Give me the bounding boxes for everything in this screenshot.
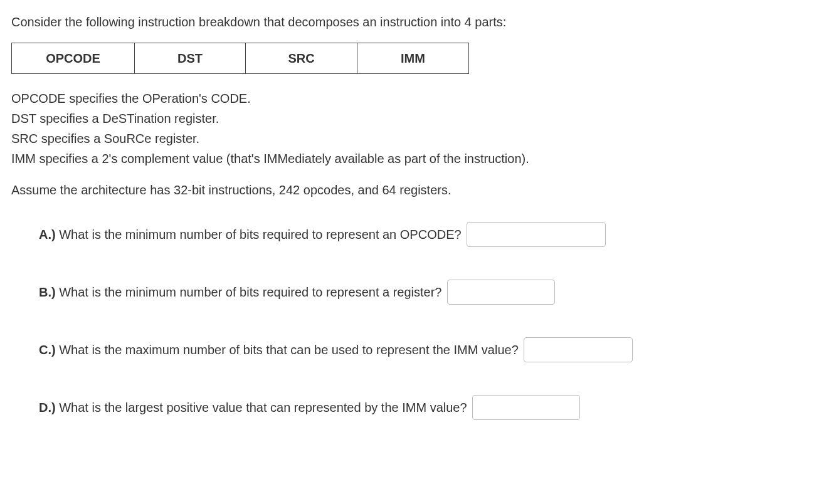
instruction-table: OPCODE DST SRC IMM: [11, 43, 469, 74]
field-imm: IMM: [357, 43, 469, 74]
question-d: D.) What is the largest positive value t…: [39, 395, 818, 420]
question-c: C.) What is the maximum number of bits t…: [39, 337, 818, 362]
assume-text: Assume the architecture has 32-bit instr…: [11, 181, 818, 199]
q-d-label: D.): [39, 401, 56, 414]
field-src: SRC: [246, 43, 357, 74]
field-dst: DST: [135, 43, 246, 74]
q-c-text: What is the maximum number of bits that …: [56, 343, 519, 357]
answer-input-d[interactable]: [472, 395, 580, 420]
question-b: B.) What is the minimum number of bits r…: [39, 280, 818, 305]
field-opcode: OPCODE: [12, 43, 135, 74]
answer-input-a[interactable]: [467, 222, 606, 247]
q-a-label: A.): [39, 228, 56, 241]
desc-imm: IMM specifies a 2's complement value (th…: [11, 149, 818, 168]
question-block: A.) What is the minimum number of bits r…: [11, 222, 818, 420]
q-b-text: What is the minimum number of bits requi…: [56, 285, 442, 299]
intro-text: Consider the following instruction break…: [11, 13, 818, 31]
descriptions-block: OPCODE specifies the OPeration's CODE. D…: [11, 89, 818, 168]
desc-opcode: OPCODE specifies the OPeration's CODE.: [11, 89, 818, 108]
desc-src: SRC specifies a SouRCe register.: [11, 129, 818, 148]
q-d-text: What is the largest positive value that …: [56, 401, 467, 414]
answer-input-b[interactable]: [447, 280, 555, 305]
answer-input-c[interactable]: [524, 337, 633, 362]
question-a: A.) What is the minimum number of bits r…: [39, 222, 818, 247]
q-a-text: What is the minimum number of bits requi…: [56, 228, 462, 241]
q-b-label: B.): [39, 285, 56, 299]
desc-dst: DST specifies a DeSTination register.: [11, 109, 818, 128]
q-c-label: C.): [39, 343, 56, 357]
